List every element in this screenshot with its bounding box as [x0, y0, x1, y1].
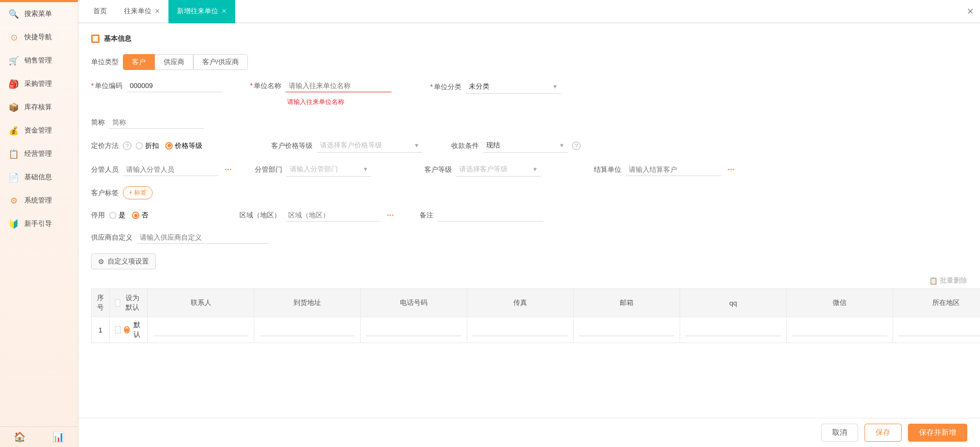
manager-input[interactable]: [123, 163, 218, 176]
sidebar-item-search[interactable]: 🔍 搜索菜单: [0, 2, 78, 25]
row-address[interactable]: [254, 317, 361, 343]
sidebar-item-purchase[interactable]: 🎒 采购管理: [0, 72, 78, 95]
bar-bottom-icon[interactable]: 📊: [52, 431, 64, 443]
payment-term-help-icon[interactable]: ?: [572, 142, 581, 150]
global-close-icon[interactable]: ✕: [967, 6, 974, 16]
custom-settings-button[interactable]: ⚙ 自定义项设置: [91, 253, 156, 269]
row-default-radio[interactable]: 默认: [124, 320, 142, 339]
settlement-unit-input[interactable]: [626, 163, 721, 176]
sidebar-item-quicknav[interactable]: ⊙ 快捷导航: [0, 25, 78, 49]
col-contact: 联系人: [148, 289, 254, 317]
select-all-checkbox[interactable]: [115, 299, 120, 306]
row-checkbox[interactable]: [115, 326, 121, 334]
sidebar-label-system: 系统管理: [24, 196, 52, 205]
col-wechat: 微信: [787, 289, 893, 317]
supplier-custom-input[interactable]: [137, 231, 269, 244]
row-email[interactable]: [574, 317, 680, 343]
pricing-level-circle: [165, 142, 173, 150]
abbr-field: 简称: [91, 116, 229, 129]
save-new-button[interactable]: 保存并新增: [908, 424, 967, 442]
tab-partner-list-close[interactable]: ✕: [155, 7, 160, 15]
sidebar-label-search: 搜索菜单: [24, 9, 52, 19]
search-icon: 🔍: [8, 8, 19, 19]
col-region: 所在地区: [893, 289, 981, 317]
disabled-no-radio[interactable]: 否: [132, 211, 148, 220]
payment-term-field: 收款条件 现结 ▼ ?: [451, 138, 600, 153]
tab-home[interactable]: 首页: [85, 0, 115, 23]
sidebar-item-operations[interactable]: 📋 经营管理: [0, 142, 78, 165]
code-name-category-row: 单位编码 单位名称 请输入往来单位名称 单位分类 未分类 ▼: [91, 80, 967, 107]
sidebar-bottom: 🏠 📊: [0, 426, 78, 447]
pricing-level-label: 价格等级: [175, 141, 202, 151]
col-qq: qq: [680, 289, 787, 317]
region-field: 区域（地区） ···: [239, 209, 398, 222]
disabled-region-row: 停用 是 否 区域（地区） ··· 备注: [91, 209, 967, 222]
row-wechat[interactable]: [787, 317, 893, 343]
row-region[interactable]: [893, 317, 981, 343]
region-input[interactable]: [285, 209, 380, 222]
supplier-custom-label: 供应商自定义: [91, 233, 132, 242]
form-area: 基本信息 单位类型 客户 供应商 客户/供应商 单位编码 单位名称: [78, 23, 980, 418]
abbr-input[interactable]: [109, 116, 204, 129]
sidebar-item-newguide[interactable]: 🔰 新手引导: [0, 212, 78, 235]
pricing-level-radio[interactable]: 价格等级: [165, 141, 202, 151]
remark-input[interactable]: [438, 209, 544, 222]
unit-category-select[interactable]: 未分类 ▼: [466, 80, 561, 94]
row-qq[interactable]: [680, 317, 787, 343]
sidebar-label-operations: 经营管理: [24, 149, 52, 159]
row-contact[interactable]: [148, 317, 254, 343]
unit-name-field: 单位名称 请输入往来单位名称: [250, 80, 409, 107]
unit-code-input[interactable]: [127, 80, 222, 92]
tab-new-partner[interactable]: 新增往来单位 ✕: [168, 0, 235, 23]
home-bottom-icon[interactable]: 🏠: [14, 431, 25, 443]
sidebar-item-finance[interactable]: 💰 资金管理: [0, 119, 78, 142]
department-select[interactable]: 请输入分管部门 ▼: [287, 162, 371, 177]
customer-tag-label: 客户标签: [91, 188, 119, 198]
row-fax[interactable]: [467, 317, 574, 343]
sidebar-item-sales[interactable]: 🛒 销售管理: [0, 49, 78, 72]
custom-settings-icon: ⚙: [98, 258, 104, 266]
sidebar-label-sales: 销售管理: [24, 56, 52, 65]
unit-type-supplier-btn[interactable]: 供应商: [155, 54, 193, 70]
save-button[interactable]: 保存: [865, 424, 902, 442]
cancel-button[interactable]: 取消: [821, 424, 858, 442]
customer-level-select[interactable]: 请选择客户等级 ▼: [456, 162, 541, 177]
manager-more-btn[interactable]: ···: [222, 165, 234, 174]
unit-category-label: 单位分类: [430, 82, 461, 92]
region-more-btn[interactable]: ···: [385, 211, 396, 220]
add-tag-btn[interactable]: + 标签: [123, 186, 153, 199]
customer-price-level-select[interactable]: 请选择客户价格等级 ▼: [317, 138, 423, 153]
contacts-table: 序号 设为默认 联系人 到货地址 电话号码 传真 邮箱 qq 微信 所在地区: [91, 288, 980, 343]
tab-partner-list[interactable]: 往来单位 ✕: [115, 0, 168, 23]
disabled-yes-radio[interactable]: 是: [109, 211, 126, 220]
unit-type-both-btn[interactable]: 客户/供应商: [193, 54, 248, 70]
abbr-label: 简称: [91, 118, 105, 127]
pricing-help-icon[interactable]: ?: [123, 142, 131, 150]
customer-price-level-label: 客户价格等级: [271, 141, 313, 151]
unit-category-field: 单位分类 未分类 ▼: [430, 80, 578, 94]
sidebar-item-inventory[interactable]: 📦 库存核算: [0, 95, 78, 119]
unit-type-group: 客户 供应商 客户/供应商: [123, 54, 248, 70]
unit-name-input[interactable]: [286, 80, 391, 92]
remark-field: 备注: [420, 209, 568, 222]
sidebar-item-system[interactable]: ⚙ 系统管理: [0, 189, 78, 212]
system-icon: ⚙: [8, 195, 19, 206]
department-chevron: ▼: [362, 166, 368, 172]
quicknav-icon: ⊙: [8, 32, 19, 42]
customer-price-level-placeholder: 请选择客户价格等级: [320, 141, 412, 150]
payment-term-label: 收款条件: [451, 141, 479, 151]
tab-new-partner-close[interactable]: ✕: [221, 7, 227, 15]
payment-term-select[interactable]: 现结 ▼: [483, 138, 568, 153]
operations-icon: 📋: [8, 148, 19, 159]
bottom-bar: 取消 保存 保存并新增: [78, 418, 980, 447]
unit-type-customer-btn[interactable]: 客户: [123, 54, 155, 70]
disabled-yes-circle: [109, 212, 117, 219]
row-phone[interactable]: [361, 317, 467, 343]
pricing-discount-radio[interactable]: 折扣: [136, 141, 159, 151]
abbr-row: 简称: [91, 116, 967, 129]
sidebar-item-basic[interactable]: 📄 基础信息: [0, 165, 78, 189]
row-default: 默认: [110, 317, 148, 343]
settlement-unit-more-btn[interactable]: ···: [725, 165, 736, 174]
customer-tag-row: 客户标签 + 标签: [91, 186, 967, 199]
batch-delete-area[interactable]: 📋 批量删除: [91, 276, 967, 285]
